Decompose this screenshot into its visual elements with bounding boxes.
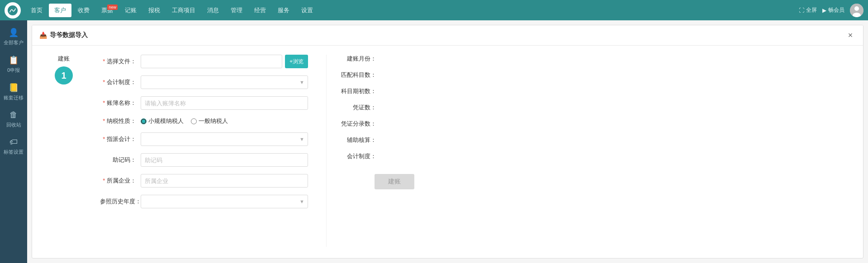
nav-menu: 首页 客户 收费 票据 new 记账 报税 工商项目 消息 管理 经营 服务 设… bbox=[25, 4, 799, 17]
accountant-select[interactable] bbox=[141, 132, 308, 146]
auxiliary-row: 辅助核算： bbox=[336, 136, 453, 144]
file-label: 选择文件： bbox=[100, 57, 136, 66]
file-row: 选择文件： +浏览 bbox=[100, 55, 308, 68]
file-input[interactable] bbox=[141, 55, 282, 68]
nav-item-fees[interactable]: 收费 bbox=[72, 4, 95, 17]
nav-right-actions: ⛶ 全屏 ▶ 畅会员 bbox=[799, 4, 863, 17]
voucher-records-label: 凭证分录数： bbox=[336, 120, 376, 128]
sidebar-label-tags: 标签设置 bbox=[4, 149, 24, 155]
sidebar-item-declaration[interactable]: 📋 0申报 bbox=[0, 52, 27, 77]
sidebar-label-migration: 账套迁移 bbox=[4, 94, 24, 101]
month-row: 建账月份： bbox=[336, 55, 453, 63]
avatar[interactable] bbox=[850, 4, 863, 17]
accounting-info-row: 会计制度： bbox=[336, 152, 453, 160]
accounting-system-row: 会计制度： ▼ bbox=[100, 75, 308, 89]
company-row: 所属企业： bbox=[100, 174, 308, 188]
history-year-select-wrapper: ▼ bbox=[141, 195, 308, 208]
nav-item-tax[interactable]: 报税 bbox=[143, 4, 166, 17]
accounting-system-label: 会计制度： bbox=[100, 78, 136, 86]
app-logo bbox=[5, 2, 21, 19]
sidebar-item-all-clients[interactable]: 👤 全部客户 bbox=[0, 24, 27, 50]
ledger-name-input[interactable] bbox=[141, 96, 308, 110]
tags-icon: 🏷 bbox=[9, 137, 18, 147]
vip-icon: ▶ bbox=[822, 7, 826, 14]
step-label: 建账 bbox=[58, 55, 70, 63]
nav-item-clients[interactable]: 客户 bbox=[49, 4, 71, 17]
sidebar-item-migration[interactable]: 📒 账套迁移 bbox=[0, 79, 27, 105]
nav-item-messages[interactable]: 消息 bbox=[202, 4, 224, 17]
trash-icon: 🗑 bbox=[9, 110, 18, 120]
fullscreen-button[interactable]: ⛶ 全屏 bbox=[799, 6, 817, 14]
tax-general-radio[interactable] bbox=[191, 118, 197, 124]
top-navigation: 首页 客户 收费 票据 new 记账 报税 工商项目 消息 管理 经营 服务 设… bbox=[0, 0, 868, 20]
step-section: 建账 1 bbox=[46, 55, 82, 247]
clients-icon: 👤 bbox=[9, 28, 19, 38]
vip-button[interactable]: ▶ 畅会员 bbox=[822, 6, 844, 14]
close-button[interactable]: × bbox=[845, 30, 856, 41]
sidebar-label-all-clients: 全部客户 bbox=[4, 39, 24, 46]
accountant-select-wrapper: ▼ bbox=[141, 132, 308, 146]
tax-general[interactable]: 一般纳税人 bbox=[191, 117, 228, 125]
ledger-name-label: 账簿名称： bbox=[100, 99, 136, 107]
tax-small-scale[interactable]: 小规模纳税人 bbox=[141, 117, 184, 125]
accounting-info-label: 会计制度： bbox=[336, 152, 376, 160]
tax-nature-radio-group: 小规模纳税人 一般纳税人 bbox=[141, 117, 228, 125]
declaration-icon: 📋 bbox=[9, 55, 19, 65]
initial-row: 科目期初数： bbox=[336, 87, 453, 95]
sidebar-label-trash: 回收站 bbox=[6, 122, 21, 128]
nav-item-accounting[interactable]: 记账 bbox=[119, 4, 142, 17]
step-circle: 1 bbox=[55, 66, 73, 85]
svg-point-2 bbox=[854, 6, 859, 11]
info-section: 建账月份： 匹配科目数： 科目期初数： 凭证数： bbox=[326, 55, 453, 247]
voucher-label: 凭证数： bbox=[336, 103, 376, 112]
file-input-group: +浏览 bbox=[141, 55, 308, 68]
accounting-system-select[interactable] bbox=[141, 75, 308, 89]
nav-item-settings[interactable]: 设置 bbox=[296, 4, 318, 17]
memo-input[interactable] bbox=[141, 153, 308, 167]
memo-row: 助记码： bbox=[100, 153, 308, 167]
nav-item-manage[interactable]: 管理 bbox=[225, 4, 248, 17]
month-label: 建账月份： bbox=[336, 55, 376, 63]
match-row: 匹配科目数： bbox=[336, 71, 453, 79]
voucher-records-row: 凭证分录数： bbox=[336, 120, 453, 128]
main-layout: 👤 全部客户 📋 0申报 📒 账套迁移 🗑 回收站 🏷 标签设置 📥 导爷 bbox=[0, 20, 868, 263]
browse-button[interactable]: +浏览 bbox=[285, 55, 308, 68]
create-button-wrapper: 建账 bbox=[336, 169, 453, 189]
company-label: 所属企业： bbox=[100, 177, 136, 185]
tax-nature-label: 纳税性质： bbox=[100, 117, 136, 125]
tax-general-label: 一般纳税人 bbox=[199, 117, 228, 125]
ledger-name-row: 账簿名称： bbox=[100, 96, 308, 110]
initial-label: 科目期初数： bbox=[336, 87, 376, 95]
match-label: 匹配科目数： bbox=[336, 71, 376, 79]
tax-small-radio[interactable] bbox=[141, 118, 147, 124]
dialog-title: 📥 导爷数据导入 bbox=[39, 31, 88, 39]
company-input[interactable] bbox=[141, 174, 308, 188]
fullscreen-icon: ⛶ bbox=[799, 7, 804, 14]
sidebar: 👤 全部客户 📋 0申报 📒 账套迁移 🗑 回收站 🏷 标签设置 bbox=[0, 20, 27, 263]
form-section: 选择文件： +浏览 会计制度： ▼ bbox=[100, 55, 308, 247]
history-year-row: 参照历史年度： ▼ bbox=[100, 195, 308, 208]
nav-item-operation[interactable]: 经营 bbox=[249, 4, 271, 17]
nav-item-home[interactable]: 首页 bbox=[25, 4, 48, 17]
sidebar-label-declaration: 0申报 bbox=[7, 67, 20, 74]
accounting-system-select-wrapper: ▼ bbox=[141, 75, 308, 89]
create-button[interactable]: 建账 bbox=[375, 174, 414, 189]
nav-item-business[interactable]: 工商项目 bbox=[166, 4, 201, 17]
dialog-body: 建账 1 选择文件： +浏览 会计制度： bbox=[32, 46, 863, 256]
memo-label: 助记码： bbox=[100, 156, 136, 164]
import-dialog: 📥 导爷数据导入 × 建账 1 选择文件： bbox=[32, 25, 863, 258]
migration-icon: 📒 bbox=[9, 83, 19, 93]
voucher-row: 凭证数： bbox=[336, 103, 453, 112]
new-badge: new bbox=[107, 5, 118, 10]
sidebar-item-trash[interactable]: 🗑 回收站 bbox=[0, 107, 27, 132]
sidebar-item-tags[interactable]: 🏷 标签设置 bbox=[0, 134, 27, 159]
nav-item-tickets[interactable]: 票据 new bbox=[96, 4, 119, 17]
auxiliary-label: 辅助核算： bbox=[336, 136, 376, 144]
history-year-select[interactable] bbox=[141, 195, 308, 208]
dialog-header: 📥 导爷数据导入 × bbox=[32, 25, 863, 46]
import-icon: 📥 bbox=[39, 32, 47, 39]
tax-small-label: 小规模纳税人 bbox=[148, 117, 184, 125]
history-year-label: 参照历史年度： bbox=[100, 197, 136, 206]
nav-item-service[interactable]: 服务 bbox=[272, 4, 295, 17]
tax-nature-row: 纳税性质： 小规模纳税人 一般纳税人 bbox=[100, 117, 308, 125]
